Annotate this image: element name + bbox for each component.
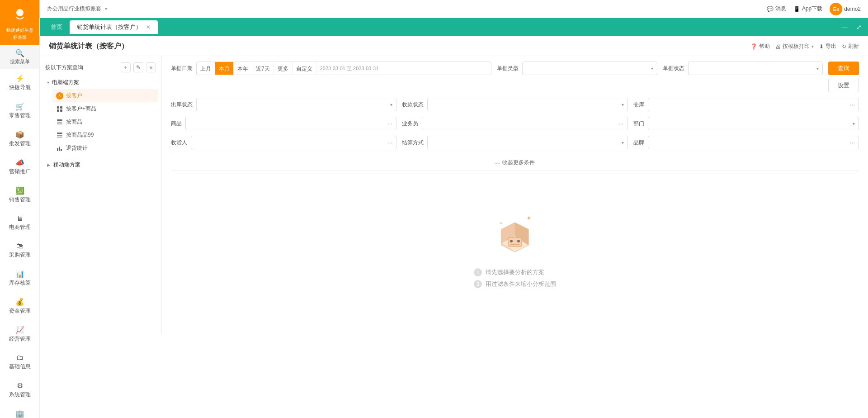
svg-rect-18	[508, 238, 522, 247]
product-dots[interactable]: ···	[387, 120, 393, 127]
print-dropdown-arrow: ▾	[811, 44, 814, 49]
receiver-select[interactable]: ···	[191, 136, 396, 149]
message-btn[interactable]: 💬 消息	[767, 5, 786, 13]
sidebar-item-sales[interactable]: 💹 销售管理	[0, 181, 39, 209]
page-title: 销货单统计表（按客户）	[49, 42, 128, 51]
warehouse-select[interactable]: ···	[648, 98, 859, 111]
scheme-edit-btn[interactable]: ✎	[133, 62, 143, 72]
scheme-mobile-group-header[interactable]: ▶ 移动端方案	[43, 158, 158, 171]
query-btn[interactable]: 查询	[828, 62, 859, 75]
user-profile[interactable]: Ea demo2	[830, 3, 861, 15]
receiver-label: 收货人	[171, 139, 187, 147]
print-btn[interactable]: 🖨 按模板打印 ▾	[775, 43, 814, 50]
sidebar-item-ecommerce[interactable]: 🖥 电商管理	[0, 209, 39, 237]
sidebar-item-wholesale[interactable]: 📦 批发管理	[0, 125, 39, 153]
export-btn[interactable]: ⬇ 导出	[819, 43, 836, 50]
doctype-select[interactable]: ▾	[522, 62, 657, 75]
collapse-conditions-btn[interactable]: ︿ 收起更多条件	[495, 159, 535, 166]
scheme-collapse-btn[interactable]: «	[146, 62, 156, 72]
date-option-this-month[interactable]: 本月	[215, 62, 234, 75]
marketing-icon: 📣	[2, 158, 38, 167]
scheme-child-customer-product[interactable]: 按客户+商品	[52, 102, 158, 115]
sidebar-item-finance[interactable]: 💰 资金管理	[0, 292, 39, 320]
settlement-select[interactable]: ▾	[427, 136, 627, 149]
sidebar-item-quick-nav[interactable]: ⚡ 快捷导航	[0, 69, 39, 97]
warehouse-dots[interactable]: ···	[849, 101, 855, 108]
scheme-child-returns[interactable]: 退货统计	[52, 142, 158, 155]
tab-close-btn[interactable]: ✕	[146, 24, 151, 30]
logo-subtext: 标准版	[5, 34, 35, 41]
scheme-desktop-group-label: 电脑端方案	[52, 79, 154, 86]
bar-chart-icon	[56, 145, 63, 152]
sales-icon: 💹	[2, 186, 38, 195]
date-option-this-year[interactable]: 本年	[234, 62, 252, 75]
sidebar-item-operations[interactable]: 📈 经营管理	[0, 320, 39, 348]
sidebar-item-marketing[interactable]: 📣 营销推广	[0, 153, 39, 181]
paymentstatus-select[interactable]: ▾	[427, 98, 627, 111]
brand-select[interactable]: ···	[648, 136, 859, 149]
sidebar-item-purchase[interactable]: 🛍 采购管理	[0, 237, 39, 264]
sidebar-item-inventory[interactable]: 📊 库存核算	[0, 264, 39, 292]
date-option-custom[interactable]: 自定义	[292, 62, 316, 75]
scheme-desktop-group-header[interactable]: ▾ 电脑端方案	[43, 76, 158, 89]
sidebar-sales-label: 销售管理	[2, 196, 38, 204]
salesperson-dots[interactable]: ···	[618, 120, 624, 127]
sidebar-ecommerce-label: 电商管理	[2, 223, 38, 231]
sidebar-item-search[interactable]: 🔍 搜索菜单	[0, 45, 39, 69]
collapse-label: 收起更多条件	[502, 159, 535, 166]
product-select[interactable]: ···	[185, 117, 396, 130]
tab-maximize-btn[interactable]: ⤢	[854, 22, 864, 33]
purchase-icon: 🛍	[2, 242, 38, 250]
svg-rect-11	[57, 148, 58, 151]
tab-home-label: 首页	[51, 23, 62, 31]
tab-sales-stats[interactable]: 销货单统计表（按客户） ✕	[70, 20, 158, 34]
scheme-child-product[interactable]: 按商品	[52, 115, 158, 128]
filter-outstatus-item: 出库状态 ▾	[171, 98, 396, 111]
scheme-header: 按以下方案查询 + ✎ «	[40, 61, 161, 76]
sidebar-item-enterprise[interactable]: 🏢 企业协同	[0, 404, 39, 418]
scheme-child-customer[interactable]: 人 按客户	[52, 89, 158, 102]
docstatus-select[interactable]: ▾	[688, 62, 823, 75]
scheme-tree: ▾ 电脑端方案 人 按客户	[40, 76, 161, 171]
svg-rect-2	[60, 106, 62, 109]
scheme-add-btn[interactable]: +	[121, 62, 131, 72]
date-filter-control: 上月 本月 本年 近7天 更多 自定义 2023-03-01 至 2023-03…	[196, 62, 491, 75]
filter-row-2: 出库状态 ▾ 收款状态 ▾ 仓库	[171, 98, 859, 111]
collapse-row: ︿ 收起更多条件	[171, 155, 859, 171]
svg-rect-4	[60, 109, 62, 112]
filter-receiver-item: 收货人 ···	[171, 136, 396, 149]
outstatus-select[interactable]: ▾	[196, 98, 396, 111]
refresh-btn[interactable]: ↻ 刷新	[842, 43, 859, 50]
sidebar-item-basic[interactable]: 🗂 基础信息	[0, 348, 39, 376]
tab-minimize-btn[interactable]: —	[839, 22, 850, 33]
industry-dropdown-arrow[interactable]: ▾	[105, 6, 107, 11]
message-icon: 💬	[767, 6, 774, 12]
filter-area: 按以下方案查询 + ✎ «	[40, 56, 868, 333]
settlement-label: 结算方式	[402, 139, 424, 147]
sidebar-item-retail[interactable]: 🛒 零售管理	[0, 97, 39, 125]
date-option-more[interactable]: 更多	[274, 62, 292, 75]
empty-illustration: ✦ ✦	[488, 207, 542, 261]
app-download-btn[interactable]: 📱 App下载	[793, 5, 822, 13]
date-option-7days[interactable]: 近7天	[252, 62, 274, 75]
empty-hints: 1 请先选择要分析的方案 2 用过滤条件来缩小分析范围	[474, 268, 556, 292]
salesperson-select[interactable]: ···	[422, 117, 627, 130]
tab-home[interactable]: 首页	[43, 20, 70, 34]
settings-btn[interactable]: 设置	[828, 79, 859, 92]
hint-text-1: 请先选择要分析的方案	[486, 268, 544, 276]
department-select[interactable]: ▾	[648, 117, 859, 130]
customer-icon-text: 人	[58, 93, 61, 98]
help-btn[interactable]: ❓ 帮助	[750, 43, 770, 50]
brand-dots[interactable]: ···	[849, 139, 855, 146]
print-icon: 🖨	[775, 43, 781, 50]
sidebar-inventory-label: 库存核算	[2, 279, 38, 287]
date-option-last-month[interactable]: 上月	[197, 62, 215, 75]
logo-text: 畅捷通好生意	[5, 27, 35, 33]
sidebar-item-system[interactable]: ⚙ 系统管理	[0, 376, 39, 404]
filter-product-item: 商品 ···	[171, 117, 396, 130]
paymentstatus-arrow: ▾	[622, 102, 624, 107]
svg-rect-5	[57, 119, 62, 121]
warehouse-label: 仓库	[633, 101, 644, 109]
receiver-dots[interactable]: ···	[387, 139, 393, 146]
scheme-child-product99[interactable]: 按商品品99	[52, 128, 158, 142]
